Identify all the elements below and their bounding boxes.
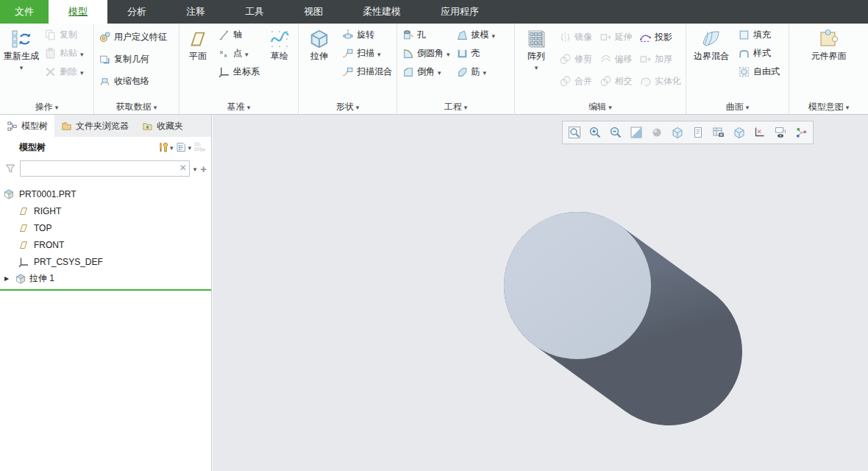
menu-tab-file[interactable]: 文件 (0, 0, 49, 24)
hole-button[interactable]: 孔 (399, 26, 452, 44)
offset-icon (600, 53, 612, 65)
merge-button[interactable]: 合并 (557, 70, 597, 92)
udf-button[interactable]: 用户定义特征 (96, 26, 169, 48)
style-button[interactable]: 样式 (736, 44, 782, 63)
tree-filter-input[interactable] (20, 160, 190, 177)
tree-item-csys[interactable]: PRT_CSYS_DEF (0, 253, 211, 270)
csys-button[interactable]: 坐标系 (216, 63, 262, 81)
swept-blend-button[interactable]: 扫描混合 (339, 63, 394, 81)
regenerate-dropdown[interactable] (20, 63, 24, 72)
round-button[interactable]: 倒圆角 (399, 44, 452, 63)
copy-button[interactable]: 复制 (42, 26, 86, 44)
extend-button[interactable]: 延伸 (597, 26, 638, 48)
mirror-button[interactable]: 镜像 (557, 26, 597, 48)
menu-tab-analysis[interactable]: 分析 (107, 0, 166, 24)
tree-tools-button[interactable] (157, 141, 174, 153)
tree-item-right-plane[interactable]: RIGHT (0, 202, 211, 219)
graphics-viewport[interactable] (213, 115, 868, 471)
scene-display-button[interactable] (730, 123, 749, 142)
project-button[interactable]: 投影 (637, 26, 683, 48)
tree-relations-button[interactable] (193, 141, 205, 153)
filter-dropdown[interactable] (193, 163, 197, 174)
fill-icon (738, 29, 750, 41)
model-tree-icon (7, 121, 18, 132)
shell-button[interactable]: 壳 (454, 44, 498, 63)
menu-tab-annotate[interactable]: 注释 (166, 0, 225, 24)
draft-button[interactable]: 拔模 (454, 26, 498, 44)
group-label-datum[interactable]: 基准 (179, 99, 298, 114)
model-tree-header: 模型树 (0, 137, 211, 157)
csys-icon (218, 65, 230, 78)
group-label-surfaces[interactable]: 曲面 (686, 99, 789, 114)
intersect-button[interactable]: 相交 (597, 70, 638, 92)
zoom-in-button[interactable] (586, 123, 605, 142)
style-icon (738, 47, 750, 60)
tree-settings-button[interactable] (175, 141, 191, 153)
shading-style-icon (650, 126, 664, 139)
pattern-button[interactable]: 阵列 (517, 26, 555, 99)
shell-icon (456, 47, 469, 60)
datum-plane-icon (18, 222, 29, 234)
datum-plane-icon (18, 205, 29, 217)
group-label-engineering[interactable]: 工程 (397, 99, 514, 114)
revolve-button[interactable]: 旋转 (339, 26, 394, 44)
repaint-button[interactable] (627, 123, 646, 142)
pattern-dropdown[interactable] (535, 63, 538, 72)
menu-tab-applications[interactable]: 应用程序 (421, 0, 499, 24)
thicken-button[interactable]: 加厚 (637, 48, 683, 70)
regenerate-button[interactable]: 重新生成 (2, 26, 40, 99)
sweep-button[interactable]: 扫描 (339, 44, 394, 63)
tree-item-extrude[interactable]: 拉伸 1 (0, 270, 211, 287)
refit-button[interactable] (565, 123, 584, 142)
copy-geometry-icon (99, 53, 111, 65)
copy-geometry-button[interactable]: 复制几何 (96, 48, 169, 70)
tree-item-part[interactable]: PRT0001.PRT (0, 185, 211, 202)
menu-tab-view[interactable]: 视图 (284, 0, 343, 24)
tree-item-front-plane[interactable]: FRONT (0, 236, 211, 253)
tree-item-top-plane[interactable]: TOP (0, 219, 211, 236)
clear-icon[interactable] (179, 163, 187, 173)
menu-tab-tools[interactable]: 工具 (225, 0, 284, 24)
expand-arrow-icon[interactable] (4, 275, 12, 282)
spin-center-button[interactable] (791, 123, 811, 142)
menu-tab-model[interactable]: 模型 (49, 0, 107, 24)
boundary-blend-button[interactable]: 边界混合 (689, 26, 734, 99)
tab-model-tree[interactable]: 模型树 (0, 115, 54, 137)
annotation-display-button[interactable] (771, 123, 790, 142)
shading-style-button[interactable] (647, 123, 666, 142)
group-label-model-intent[interactable]: 模型意图 (789, 99, 868, 114)
group-label-get-data[interactable]: 获取数据 (94, 99, 179, 114)
view-manager-button[interactable] (709, 123, 728, 142)
rib-button[interactable]: 筋 (454, 63, 498, 81)
group-label-operations[interactable]: 操作 (0, 99, 93, 114)
sketch-button[interactable]: 草绘 (263, 26, 296, 99)
chamfer-button[interactable]: 倒角 (399, 63, 452, 81)
tab-folder-browser[interactable]: 文件夹浏览器 (54, 115, 135, 137)
display-style-button[interactable] (668, 123, 687, 142)
navigator-tabs: 模型树 文件夹浏览器 收藏夹 (0, 115, 211, 137)
extrude-button[interactable]: 拉伸 (301, 26, 338, 99)
cylinder-model[interactable] (213, 115, 868, 471)
group-label-editing[interactable]: 编辑 (515, 99, 686, 114)
offset-button[interactable]: 偏移 (597, 48, 638, 70)
trim-button[interactable]: 修剪 (557, 48, 597, 70)
insert-here-indicator[interactable] (0, 289, 211, 291)
zoom-out-button[interactable] (606, 123, 625, 142)
fill-button[interactable]: 填充 (736, 26, 782, 44)
component-interface-button[interactable]: 元件界面 (803, 26, 855, 99)
ribbon-group-engineering: 孔 倒圆角 倒角 拔模 壳 筋 工程 (397, 24, 515, 114)
tab-favorites[interactable]: 收藏夹 (135, 115, 190, 137)
solidify-button[interactable]: 实体化 (637, 70, 683, 92)
saved-orientations-button[interactable] (689, 123, 708, 142)
plane-button[interactable]: 平面 (182, 26, 214, 99)
delete-button[interactable]: 删除 (42, 63, 86, 81)
shrinkwrap-button[interactable]: 收缩包络 (96, 70, 169, 92)
group-label-shapes[interactable]: 形状 (299, 99, 396, 114)
axis-button[interactable]: 轴 (216, 26, 262, 44)
point-button[interactable]: 点 (216, 44, 262, 63)
menu-tab-flexible-modeling[interactable]: 柔性建模 (343, 0, 421, 24)
datum-display-button[interactable] (750, 123, 769, 142)
freestyle-button[interactable]: 自由式 (736, 63, 782, 81)
paste-button[interactable]: 粘贴 (42, 44, 86, 63)
add-filter-icon[interactable] (200, 163, 207, 175)
